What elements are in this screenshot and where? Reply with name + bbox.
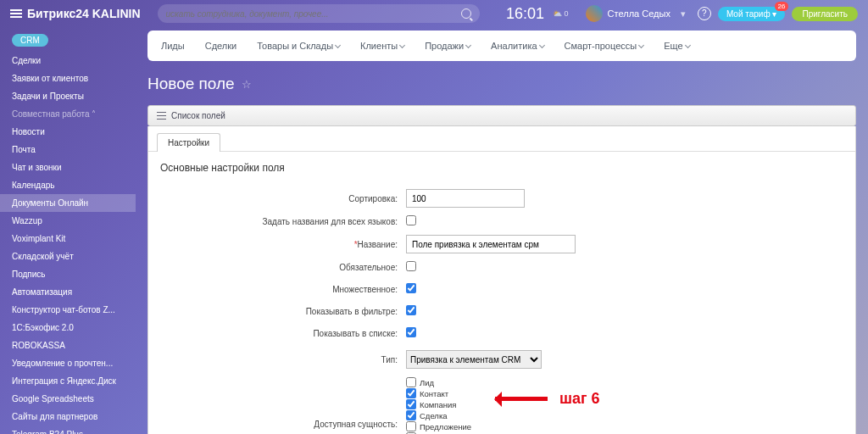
crm-pill[interactable]: CRM — [12, 34, 48, 47]
invite-button[interactable]: Пригласить — [792, 7, 858, 21]
filter-checkbox[interactable] — [406, 305, 416, 315]
sidebar-item[interactable]: Документы Онлайн — [0, 194, 136, 212]
tariff-button[interactable]: Мой тариф ▾ 26 — [718, 7, 786, 21]
entity-checkbox[interactable] — [406, 377, 416, 387]
sidebar-item[interactable]: Уведомление о прочтен... — [0, 354, 136, 372]
sidebar-item[interactable]: Чат и звонки — [0, 159, 136, 176]
search-input[interactable] — [166, 9, 461, 19]
menu-toggle[interactable] — [10, 8, 22, 19]
chevron-down-icon — [335, 42, 341, 47]
search-icon — [461, 8, 471, 19]
entity-option[interactable]: Контакт — [406, 388, 536, 398]
top-tab[interactable]: Продажи — [425, 41, 470, 51]
top-tab[interactable]: Аналитика — [491, 41, 543, 51]
sidebar-item[interactable]: Wazzup — [0, 212, 136, 230]
top-tabs: ЛидыСделкиТовары и СкладыКлиентыПродажиА… — [147, 31, 856, 61]
sidebar-item[interactable]: Календарь — [0, 176, 136, 194]
chevron-down-icon — [638, 42, 644, 47]
top-tab[interactable]: Смарт-процессы — [565, 41, 644, 51]
list-label: Показывать в списке: — [160, 329, 406, 338]
sidebar-item[interactable]: Задачи и Проекты — [0, 87, 136, 105]
sort-input[interactable] — [406, 189, 525, 208]
panel-header[interactable]: Список полей — [147, 105, 856, 126]
user-name[interactable]: Стелла Седых — [608, 8, 670, 19]
entity-option[interactable]: Компания — [406, 399, 536, 409]
list-icon — [157, 112, 166, 120]
chevron-down-icon — [539, 42, 545, 47]
page-title: Новое поле ☆ — [147, 75, 856, 93]
chevron-down-icon — [399, 42, 405, 47]
type-select[interactable]: Привязка к элементам CRM — [406, 350, 542, 369]
tariff-badge: 26 — [775, 2, 789, 11]
help-icon[interactable]: ? — [698, 7, 711, 20]
sidebar: CRM СделкиЗаявки от клиентовЗадачи и Про… — [0, 27, 136, 434]
type-label: Тип: — [160, 355, 406, 364]
sidebar-item[interactable]: Автоматизация — [0, 283, 136, 301]
tariff-label: Мой тариф — [726, 9, 771, 19]
top-tab[interactable]: Сделки — [205, 41, 237, 51]
sidebar-item[interactable]: Интеграция с Яндекс.Диск — [0, 372, 136, 390]
entity-checkbox[interactable] — [406, 410, 416, 420]
required-checkbox[interactable] — [406, 261, 416, 271]
top-tab[interactable]: Еще — [664, 41, 689, 51]
sidebar-item[interactable]: Заявки от клиентов — [0, 70, 136, 87]
clock: 16:01 — [506, 5, 544, 23]
entity-option[interactable]: Предложение — [406, 421, 536, 431]
list-checkbox[interactable] — [406, 327, 416, 337]
multiple-label: Множественное: — [160, 285, 406, 294]
all-langs-label: Задать названия для всех языков: — [160, 217, 406, 226]
required-label: Обязательное: — [160, 263, 406, 272]
entity-option[interactable]: Сделка — [406, 410, 536, 420]
filter-label: Показывать в фильтре: — [160, 307, 406, 316]
sidebar-item[interactable]: Подпись — [0, 265, 136, 283]
sidebar-item[interactable]: Складской учёт — [0, 248, 136, 265]
tab-settings[interactable]: Настройки — [157, 133, 220, 152]
sidebar-item[interactable]: Google Spreadsheets — [0, 390, 136, 408]
weather: ⛅ 0 — [553, 9, 569, 18]
entity-checkbox[interactable] — [406, 388, 416, 398]
sidebar-item[interactable]: Telegram.B24 Plus — [0, 426, 136, 434]
sort-label: Сортировка: — [160, 194, 406, 203]
entity-option[interactable]: Лид — [406, 377, 536, 387]
entity-checkbox[interactable] — [406, 399, 416, 409]
sidebar-item[interactable]: 1С:Бэкофис 2.0 — [0, 319, 136, 337]
chevron-down-icon[interactable]: ▾ — [681, 8, 686, 19]
sidebar-item[interactable]: Сделки — [0, 52, 136, 70]
all-langs-checkbox[interactable] — [406, 215, 416, 225]
sidebar-item[interactable]: Сайты для партнеров — [0, 408, 136, 426]
top-tab[interactable]: Лиды — [161, 41, 185, 51]
main-content: ЛидыСделкиТовары и СкладыКлиентыПродажиА… — [136, 27, 868, 434]
brand-title: Битрикс24 KALININ — [27, 7, 141, 20]
favorite-star-icon[interactable]: ☆ — [242, 78, 252, 91]
name-label: *Название: — [160, 240, 406, 249]
sidebar-item[interactable]: Voximplant Kit — [0, 230, 136, 248]
sidebar-item[interactable]: ROBOKASSA — [0, 337, 136, 354]
chevron-down-icon — [685, 42, 691, 47]
sidebar-item[interactable]: Почта — [0, 141, 136, 159]
top-tab[interactable]: Товары и Склады — [257, 41, 340, 51]
name-input[interactable] — [406, 235, 576, 253]
global-search[interactable] — [158, 4, 480, 23]
entity-label: Доступная сущность: — [160, 377, 406, 429]
sidebar-item[interactable]: Конструктор чат-ботов Z... — [0, 301, 136, 319]
multiple-checkbox[interactable] — [406, 283, 416, 293]
top-tab[interactable]: Клиенты — [360, 41, 404, 51]
section-title: Основные настройки поля — [148, 152, 855, 184]
avatar[interactable] — [586, 5, 603, 22]
sidebar-item[interactable]: Совместная работа ˄ — [0, 105, 136, 123]
sidebar-item[interactable]: Новости — [0, 123, 136, 141]
chevron-down-icon — [465, 42, 471, 47]
entity-checkbox[interactable] — [406, 421, 416, 431]
